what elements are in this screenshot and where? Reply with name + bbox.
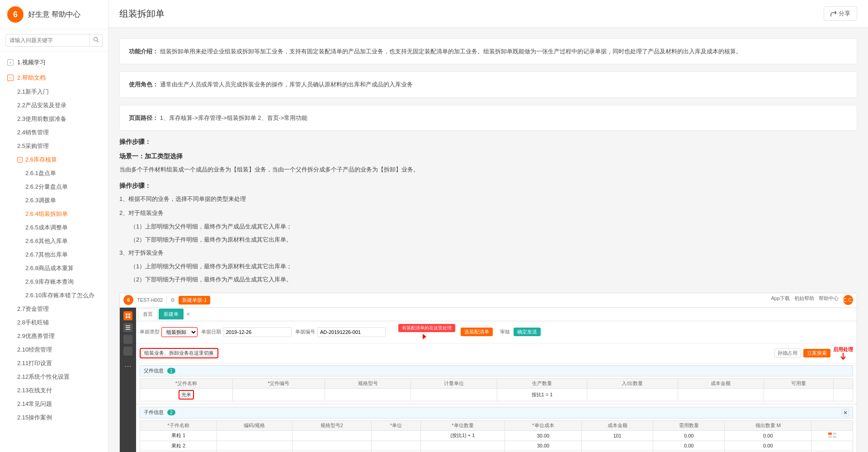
path-label: 页面路径： bbox=[129, 114, 158, 121]
sidebar-item-newbie[interactable]: 2.1新手入门 bbox=[0, 85, 108, 99]
sidebar-item-stock-check[interactable]: 2.6.1盘点单 bbox=[0, 167, 108, 180]
sidebar-item-other-in[interactable]: 2.6.6其他入库单 bbox=[0, 234, 108, 248]
sidebar-item-inventory-label: 2.6库存核算 bbox=[25, 156, 57, 164]
search-input[interactable] bbox=[5, 34, 90, 47]
step2-2: （2）下部明细为子件明细，最终作为原材料生成其它出库单。 bbox=[119, 234, 857, 246]
mock-type-label: 单据类型 bbox=[140, 328, 160, 335]
sidebar-item-cases[interactable]: 2.15操作案例 bbox=[0, 411, 108, 424]
sidebar-item-data[interactable]: 2.3使用前数据准备 bbox=[0, 112, 108, 126]
step1: 1、根据不同的业务，选择不同单据的类型来处理 bbox=[119, 194, 857, 205]
mock-link-help-init[interactable]: 初始帮助 bbox=[794, 295, 814, 305]
sidebar-item-mobile[interactable]: 2.8手机旺铺 bbox=[0, 316, 108, 329]
main-area: 组装拆卸单 分享 功能介绍： 组装拆卸单用来处理企业组装或拆卸等加工业务，支持有… bbox=[108, 0, 868, 452]
sidebar-item-purchase[interactable]: 2.5采购管理 bbox=[0, 139, 108, 153]
mock-link-help[interactable]: 帮助中心 bbox=[819, 295, 839, 305]
mock-main-form: 首页 新建单 × 单据类型 组装拆卸 bbox=[136, 308, 857, 452]
sidebar-item-customize[interactable]: 2.12系统个性化设置 bbox=[0, 370, 108, 384]
mock-child-count: 2 bbox=[167, 409, 175, 415]
mock-th-parent-avail: 可用量 bbox=[764, 378, 833, 388]
sidebar-item-docs[interactable]: − 2.帮助文档 bbox=[0, 71, 108, 85]
mock-child-cell-2-need: 0.00 bbox=[653, 441, 725, 451]
sidebar-item-faq[interactable]: 2.14常见问题 bbox=[0, 397, 108, 411]
sidebar-item-install[interactable]: 2.2产品安装及登录 bbox=[0, 99, 108, 112]
mock-child-expand-btn[interactable] bbox=[842, 409, 849, 416]
mock-child-table: *子件名称 编码/规格 规格型号2 *单位 *单位数量 *单位成本 成本金额 需… bbox=[140, 420, 853, 452]
mock-th-child-unit: *单位 bbox=[371, 420, 420, 430]
mock-search-btn[interactable]: 立案搜索 bbox=[803, 349, 830, 357]
svg-point-0 bbox=[94, 38, 98, 41]
mock-bom-btn[interactable]: 选装配清单 bbox=[461, 328, 493, 336]
share-icon bbox=[830, 11, 836, 17]
mock-child-section: 子件信息 2 无需批添平仔组的在这里录入 bbox=[136, 405, 857, 452]
sidebar-item-finance[interactable]: 2.7资金管理 bbox=[0, 302, 108, 316]
mock-topbar-right: App下载 初始帮助 帮助中心 C.C. bbox=[771, 295, 853, 305]
sidebar-item-inventory[interactable]: − 2.6库存核算 bbox=[0, 153, 108, 167]
sidebar-item-print[interactable]: 2.11打印设置 bbox=[0, 357, 108, 370]
mock-child-cell-2-unit bbox=[371, 441, 420, 451]
mock-settings-icon: ⚙ bbox=[170, 297, 175, 303]
mock-field-date: 单据日期 bbox=[201, 327, 292, 337]
mock-child-row-1: 果粒 1 (按比1) + 1 30.00 101 0.00 0.00 bbox=[140, 430, 853, 441]
sidebar-item-error[interactable]: 2.6.10库存账本错了怎么办 bbox=[0, 289, 108, 302]
svg-rect-7 bbox=[833, 433, 836, 435]
svg-rect-5 bbox=[128, 316, 130, 318]
mock-th-parent-spec: 规格型号 bbox=[325, 378, 411, 388]
mock-tab-new[interactable]: 新建单 bbox=[159, 309, 184, 319]
sidebar-item-cost-calc[interactable]: 2.6.8商品成本重算 bbox=[0, 262, 108, 275]
mock-th-child-actions bbox=[811, 420, 853, 430]
sidebar-item-assembly[interactable]: 2.6.4组装拆卸单 bbox=[0, 207, 108, 221]
nav-group-docs: − 2.帮助文档 2.1新手入门 2.2产品安装及登录 2.3使用前数据准备 2… bbox=[0, 71, 108, 424]
mock-child-cell-2-amount bbox=[581, 441, 653, 451]
sidebar-item-cost-adjust[interactable]: 2.6.5成本调整单 bbox=[0, 221, 108, 234]
ops-title: 操作步骤： bbox=[119, 138, 857, 146]
search-button[interactable] bbox=[90, 34, 103, 47]
mock-date-input[interactable] bbox=[223, 327, 292, 337]
mock-type-select[interactable]: 组装拆卸 bbox=[161, 327, 198, 337]
mock-status-label: 审核 bbox=[500, 328, 510, 335]
mock-confirm-btn[interactable]: 确定发送 bbox=[514, 328, 541, 336]
mock-tab-close[interactable]: × bbox=[184, 310, 192, 318]
mock-th-child-out: 领出数量 M bbox=[725, 420, 811, 430]
sidebar-item-coupon[interactable]: 2.9优惠券管理 bbox=[0, 329, 108, 343]
mock-child-cell-2-name: 果粒 2 bbox=[140, 441, 217, 451]
mock-parent-name-input[interactable]: 光米 bbox=[179, 390, 194, 400]
step3-2: （2）下部明细为子件明细，最终作为产成品生成其它入库单。 bbox=[119, 274, 857, 285]
mock-company: TEST-H002 bbox=[137, 297, 163, 303]
mock-annotation3-area: 启用处理 bbox=[833, 346, 853, 360]
mock-right-controls: 孙德占用 立案搜索 启用处理 bbox=[774, 346, 853, 360]
mock-th-child-cost: *单位成本 bbox=[505, 420, 581, 430]
share-button[interactable]: 分享 bbox=[824, 6, 857, 21]
logo-icon: 6 bbox=[7, 6, 24, 23]
mock-type-toggle[interactable]: 组装业务、拆卸业务在这里切换 bbox=[140, 348, 218, 358]
svg-rect-8 bbox=[828, 436, 832, 438]
mock-new-btn[interactable]: 新建单据-1 bbox=[179, 296, 210, 305]
mock-parent-section: 父件信息 1 *父件名称 *父件编号 规格型号 计量单位 bbox=[136, 363, 857, 403]
mock-toolbar-row2: 组装业务、拆卸业务在这里切换 孙德占用 立案搜索 启用处理 bbox=[136, 343, 857, 363]
feature-block: 功能介绍： 组装拆卸单用来处理企业组装或拆卸等加工业务，支持有固定装配清单的产品… bbox=[119, 38, 857, 64]
mock-tab-home[interactable]: 首页 bbox=[138, 309, 158, 319]
mock-parent-title: 父件信息 bbox=[144, 367, 164, 374]
scene-title: 场景一：加工类型选择 bbox=[119, 152, 857, 161]
sidebar-item-adjust[interactable]: 2.6.3调拨单 bbox=[0, 194, 108, 207]
sidebar-item-payment[interactable]: 2.13在线支付 bbox=[0, 384, 108, 397]
sidebar-item-management[interactable]: 2.10经营管理 bbox=[0, 343, 108, 357]
mock-toolbar-row1: 单据类型 组装拆卸 单据日期 单据编号 bbox=[136, 321, 857, 343]
sidebar-item-partial-check[interactable]: 2.6.2分量盘点单 bbox=[0, 180, 108, 194]
mock-th-parent-unit: 计量单位 bbox=[411, 378, 497, 388]
mock-parent-cell-unit bbox=[411, 388, 497, 401]
mock-th-parent-prod: 生产数量 bbox=[497, 378, 587, 388]
mock-child-cell-2-spec bbox=[292, 441, 371, 451]
sidebar-item-other-out[interactable]: 2.6.7其他出库单 bbox=[0, 248, 108, 262]
mock-code-input[interactable] bbox=[317, 327, 386, 337]
mock-child-cell-2-out: 0.00 bbox=[725, 441, 811, 451]
mock-link-app[interactable]: App下载 bbox=[771, 295, 790, 305]
share-label: 分享 bbox=[839, 10, 850, 18]
mock-sidebar-more: ⋯ bbox=[124, 362, 132, 371]
mock-parent-cell-cost bbox=[678, 388, 764, 401]
sidebar-item-videos[interactable]: + 1.视频学习 bbox=[0, 55, 108, 70]
path-block: 页面路径： 1、库存核算->库存管理->组装拆卸单 2、首页->常用功能 bbox=[119, 105, 857, 131]
sidebar-item-sales[interactable]: 2.4销售管理 bbox=[0, 126, 108, 139]
sidebar-item-stock-query[interactable]: 2.6.9库存账本查询 bbox=[0, 275, 108, 289]
screenshot-container: 6 TEST-H002 ⚙ 新建单据-1 App下载 初始帮助 帮助中心 C.C… bbox=[119, 293, 857, 452]
mock-sidebar-icon3 bbox=[123, 335, 132, 344]
